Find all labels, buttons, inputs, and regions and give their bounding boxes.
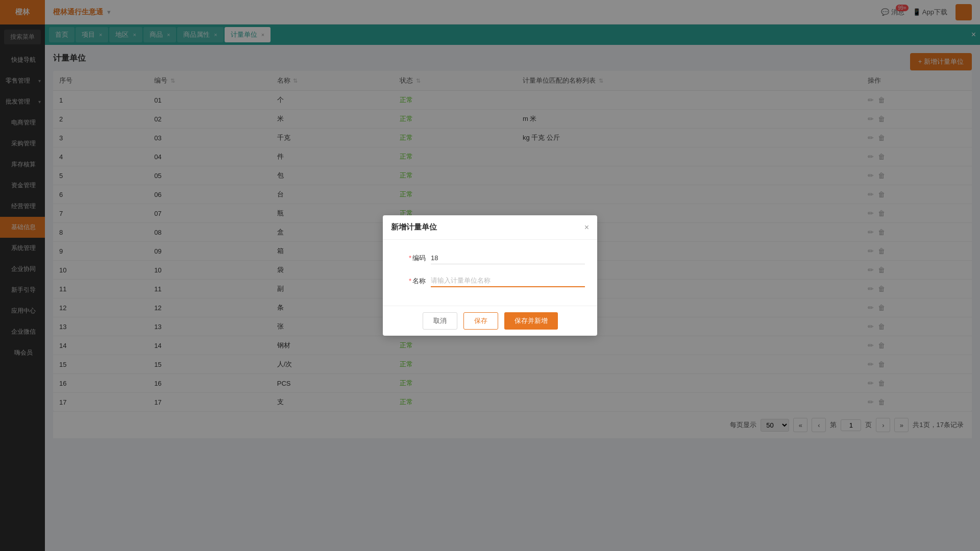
modal-footer: 取消 保存 保存并新增 [383,306,597,336]
cancel-button[interactable]: 取消 [423,312,457,330]
code-input[interactable] [431,252,585,264]
code-label: 编码 [395,254,426,263]
modal-overlay[interactable]: 新增计量单位 × 编码 名称 取消 保存 保存并新增 [0,0,980,551]
save-button[interactable]: 保存 [463,312,498,330]
modal-header: 新增计量单位 × [383,215,597,240]
modal-close-button[interactable]: × [584,223,589,232]
modal-body: 编码 名称 [383,240,597,306]
modal-title: 新增计量单位 [391,222,437,232]
save-and-new-button[interactable]: 保存并新增 [504,312,558,330]
code-form-row: 编码 [395,252,585,264]
name-form-row: 名称 [395,274,585,287]
name-label: 名称 [395,277,426,286]
add-unit-modal: 新增计量单位 × 编码 名称 取消 保存 保存并新增 [383,215,597,336]
name-input[interactable] [431,274,585,287]
